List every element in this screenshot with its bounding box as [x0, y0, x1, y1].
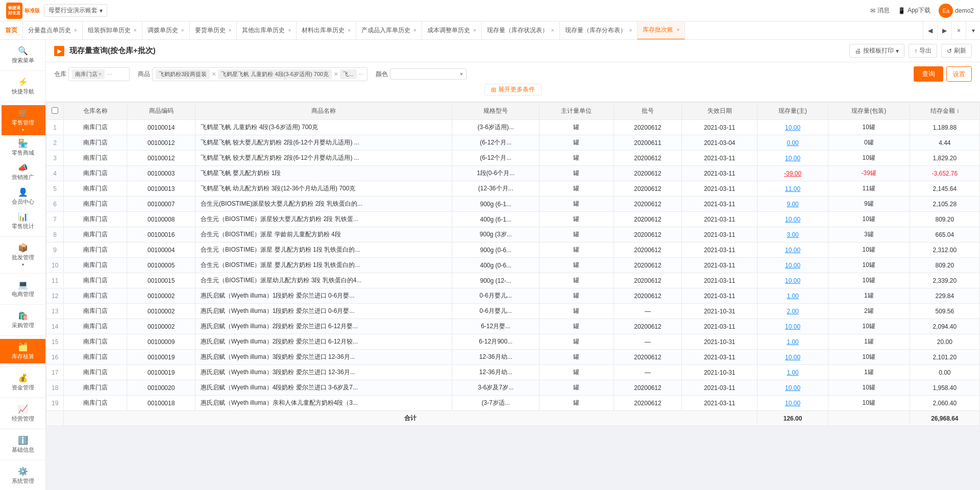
row-qty-main[interactable]: 10.00 [757, 258, 828, 273]
expand-filter-btn[interactable]: ⊞ 展开更多条件 [484, 84, 542, 95]
row-qty-main[interactable]: 10.00 [757, 120, 828, 135]
tab-menu-btn[interactable]: ▾ [966, 21, 980, 40]
tab-xiancunliang2-close[interactable]: × [629, 28, 632, 33]
tab-qitachu-close[interactable]: × [288, 28, 291, 33]
row-qty-main[interactable]: 9.00 [757, 197, 828, 212]
row-qty-main[interactable]: -39.00 [757, 166, 828, 181]
tab-fenliang-close[interactable]: × [74, 28, 77, 33]
tab-chancheng[interactable]: 产成品入库单历史 × [356, 21, 422, 40]
tab-diaobo-close[interactable]: × [181, 28, 184, 33]
sidebar-item-retailstat[interactable]: 📊 零售统计 [0, 209, 45, 233]
tab-xiancunliang1-close[interactable]: × [551, 28, 554, 33]
row-qty-main[interactable]: 10.00 [757, 380, 828, 396]
sidebar-item-quicknav[interactable]: ⚡ 快捷导航 [0, 74, 45, 99]
tab-kucunpici-close[interactable]: × [676, 27, 679, 33]
row-qty-main[interactable]: 10.00 [757, 151, 828, 166]
export-btn[interactable]: ↑ 导出 [909, 44, 937, 58]
goods-tag-2-close[interactable]: × [334, 70, 338, 78]
sidebar-item-retail[interactable]: 🛒 零售管理 ▾ [0, 105, 45, 135]
color-input-area[interactable]: ▾ [390, 68, 467, 80]
sidebar-search-section: 🔍 搜索菜单 [0, 40, 45, 71]
template-print-btn[interactable]: 🖨 按模板打印 ▾ [849, 44, 904, 58]
setting-button[interactable]: 设置 [946, 66, 972, 82]
tab-yaohuo-close[interactable]: × [229, 28, 232, 33]
row-amount: 20.00 [910, 334, 979, 350]
row-qty-main[interactable]: 1.00 [757, 334, 828, 350]
row-name: 惠氏启赋（Wyeth illuma）亲和人体儿童配方奶粉4段（3... [195, 396, 452, 411]
warehouse-tag-1-close[interactable]: × [99, 71, 102, 77]
row-num: 8 [46, 227, 64, 242]
row-qty-main[interactable]: 10.00 [757, 242, 828, 258]
sidebar-item-marketing[interactable]: 📣 营销推广 [0, 160, 45, 184]
sidebar-item-wholesale[interactable]: 📦 批发管理 ▾ [0, 240, 45, 270]
tab-xiancunliang2[interactable]: 现存量（库存分布表） × [560, 21, 638, 40]
tab-fenliang[interactable]: 分量盘点单历史 × [23, 21, 83, 40]
tab-chengben-close[interactable]: × [473, 28, 476, 33]
sidebar-item-member[interactable]: 👤 会员中心 [0, 184, 45, 209]
row-qty-main[interactable]: 10.00 [757, 396, 828, 411]
footer-amount: 26,968.64 [910, 411, 979, 426]
tab-chengben[interactable]: 成本调整单历史 × [422, 21, 482, 40]
tab-prev-btn[interactable]: ◀ [923, 21, 937, 40]
table-row: 5 南库门店 00100013 飞鹤星飞帆 幼儿配方奶粉 3段(12-36个月幼… [46, 181, 980, 197]
table-header-row: 仓库名称 商品编码 商品名称 规格型号 主计量单位 批号 失效日期 现存量(主)… [46, 103, 980, 120]
sidebar-item-search[interactable]: 🔍 搜索菜单 [0, 43, 45, 67]
tab-cailiaochu-label: 材料出库单历史 [302, 26, 345, 35]
row-warehouse: 南库门店 [64, 273, 127, 288]
goods-tag-1-close[interactable]: × [212, 70, 216, 78]
sidebar-item-system[interactable]: ⚙️ 系统管理 [0, 463, 45, 488]
tab-yaohuo[interactable]: 要货单历史 × [190, 21, 237, 40]
sidebar-item-purchase[interactable]: 🛍️ 采购管理 [0, 308, 45, 332]
col-code: 商品编码 [127, 103, 195, 120]
row-qty-main[interactable]: 1.00 [757, 288, 828, 304]
row-warehouse: 南库门店 [64, 319, 127, 334]
tab-chancheng-close[interactable]: × [413, 28, 416, 33]
quicknav-icon: ⚡ [18, 77, 28, 87]
row-code: 00100002 [127, 304, 195, 319]
tab-home[interactable]: 首页 [0, 21, 23, 40]
sidebar-item-basic[interactable]: ℹ️ 基础信息 [0, 432, 45, 457]
row-num: 14 [46, 319, 64, 334]
tab-diaobo[interactable]: 调拨单历史 × [142, 21, 190, 40]
search-button[interactable]: 查询 [914, 66, 943, 82]
row-qty-main[interactable]: 10.00 [757, 273, 828, 288]
tab-zuhe-close[interactable]: × [134, 28, 137, 33]
tab-cailiaochu[interactable]: 材料出库单历史 × [297, 21, 356, 40]
row-code: 00100019 [127, 350, 195, 365]
tab-yaohuo-label: 要货单历史 [195, 26, 226, 35]
sidebar-item-ecommerce[interactable]: 💻 电商管理 [0, 277, 45, 301]
tab-next-btn[interactable]: ▶ [937, 21, 951, 40]
sidebar-search-label: 搜索菜单 [12, 57, 34, 64]
tab-zuhe[interactable]: 组装拆卸单历史 × [83, 21, 142, 40]
row-qty-main[interactable]: 10.00 [757, 212, 828, 227]
tab-qitachu[interactable]: 其他出库单历史 × [237, 21, 297, 40]
row-spec: (6-12个月... [452, 135, 540, 151]
expand-sidebar-btn[interactable]: ▶ [54, 46, 64, 56]
filter-action-btns: 查询 设置 [914, 66, 972, 82]
sidebar-item-mall[interactable]: 🏪 零售商城 [0, 135, 45, 160]
app-download-btn[interactable]: 📱 App下载 [898, 6, 930, 15]
row-qty-main[interactable]: 10.00 [757, 319, 828, 334]
message-btn[interactable]: ✉ 消息 [870, 6, 890, 15]
row-qty-main[interactable]: 1.00 [757, 365, 828, 380]
warehouse-filter-label: 仓库 [54, 70, 66, 79]
tab-close-btn[interactable]: × [951, 21, 966, 40]
tab-cailiaochu-close[interactable]: × [348, 28, 351, 33]
row-qty-main[interactable]: 11.00 [757, 181, 828, 197]
sidebar-item-inventory[interactable]: 🗂️ 库存核算 [0, 339, 45, 363]
account-selector[interactable]: 母婴行业演示账套 ▾ [44, 4, 107, 17]
refresh-btn[interactable]: ↺ 刷新 [941, 44, 972, 58]
row-qty-main[interactable]: 10.00 [757, 350, 828, 365]
warehouse-tags-input[interactable]: 南库门店 × ··· [68, 67, 130, 81]
row-qty-main[interactable]: 2.00 [757, 304, 828, 319]
table-area: 仓库名称 商品编码 商品名称 规格型号 主计量单位 批号 失效日期 现存量(主)… [46, 102, 980, 490]
tab-kucunpici[interactable]: 库存批次账 × [638, 21, 685, 40]
sidebar-item-finance[interactable]: 💰 资金管理 [0, 370, 45, 395]
tab-xiancunliang1[interactable]: 现存量（库存状况表） × [482, 21, 560, 40]
user-area[interactable]: Ea demo2 [939, 4, 974, 18]
select-all-checkbox[interactable] [52, 107, 58, 114]
sidebar-item-operations[interactable]: 📈 经营管理 [0, 401, 45, 426]
row-qty-main[interactable]: 0.00 [757, 135, 828, 151]
goods-tags-input[interactable]: 飞鹤奶粉3段两提装 × 飞鹤星飞帆 儿童奶粉 4段(3-6岁适用) 700克 ×… [152, 67, 368, 81]
row-qty-main[interactable]: 3.00 [757, 227, 828, 242]
